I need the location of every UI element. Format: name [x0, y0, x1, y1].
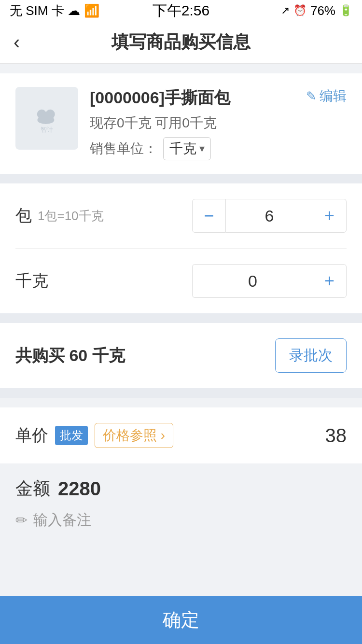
- svg-point-2: [37, 116, 54, 124]
- price-ref-button[interactable]: 价格参照 ›: [95, 423, 173, 448]
- bao-minus-button[interactable]: −: [192, 199, 226, 233]
- unit-select-text: 千克: [169, 140, 196, 158]
- price-left: 单价 批发 价格参照 ›: [15, 423, 173, 448]
- batch-button[interactable]: 录批次: [275, 338, 347, 373]
- status-time: 下午2:56: [153, 1, 209, 21]
- product-stock: 现存0千克 可用0千克: [90, 114, 347, 132]
- chevron-down-icon: ▾: [199, 142, 205, 155]
- product-image: 智计: [15, 87, 78, 150]
- kg-label: 千克: [15, 270, 48, 292]
- back-button[interactable]: ‹: [14, 31, 20, 53]
- battery-level: 76%: [310, 3, 335, 18]
- sim-status: 无 SIM 卡 ☁: [10, 2, 80, 19]
- confirm-button-label: 确定: [163, 608, 199, 632]
- total-text: 共购买 60 千克: [15, 345, 125, 367]
- bao-row: 包 1包=10千克 − +: [15, 183, 347, 249]
- price-label: 单价: [15, 424, 48, 447]
- bao-label: 包 1包=10千克: [15, 205, 104, 227]
- total-amount-value: 60: [69, 346, 87, 364]
- bao-quantity-input[interactable]: [226, 199, 313, 233]
- bao-plus-button[interactable]: +: [313, 199, 347, 233]
- total-section: 共购买 60 千克 录批次: [0, 323, 362, 388]
- edit-icon: ✎: [306, 89, 317, 104]
- section-divider: [0, 174, 362, 183]
- form-section: 包 1包=10千克 − + 千克 +: [0, 183, 362, 313]
- location-icon: ↗: [281, 4, 290, 17]
- product-unit-row: 销售单位： 千克 ▾: [90, 137, 347, 160]
- status-right: ↗ ⏰ 76% 🔋: [281, 3, 352, 18]
- remark-row[interactable]: ✏ 输入备注: [15, 510, 347, 530]
- kg-quantity-control: +: [192, 264, 347, 298]
- price-tag-badge: 批发: [55, 426, 88, 445]
- amount-value: 2280: [58, 478, 101, 500]
- kg-row: 千克 +: [15, 249, 347, 313]
- unit-label: 销售单位：: [90, 140, 157, 158]
- alarm-icon: ⏰: [293, 4, 306, 17]
- total-unit-value: 千克: [92, 346, 125, 364]
- price-value: 38: [325, 425, 347, 447]
- edit-button[interactable]: ✎ 编辑: [306, 87, 347, 105]
- svg-text:智计: 智计: [41, 126, 53, 133]
- edit-label: 编辑: [320, 87, 347, 105]
- wifi-icon: 📶: [84, 3, 99, 18]
- amount-row: 金额 2280: [15, 477, 347, 501]
- bao-sublabel: 1包=10千克: [38, 208, 104, 224]
- confirm-button[interactable]: 确定: [0, 596, 362, 644]
- remark-placeholder: 输入备注: [33, 510, 91, 530]
- pencil-icon: ✏: [15, 512, 28, 529]
- section-divider-3: [0, 388, 362, 398]
- kg-quantity-input[interactable]: [192, 264, 313, 298]
- battery-icon: 🔋: [339, 4, 352, 17]
- section-divider-2: [0, 313, 362, 323]
- kg-plus-button[interactable]: +: [313, 264, 347, 298]
- bao-quantity-control: − +: [192, 199, 347, 233]
- unit-select[interactable]: 千克 ▾: [163, 137, 211, 160]
- amount-label: 金额: [15, 477, 50, 501]
- price-section: 单价 批发 价格参照 › 38: [0, 407, 362, 463]
- nav-bar: ‹ 填写商品购买信息: [0, 21, 362, 64]
- product-card: 智计 [0000006]手撕面包 现存0千克 可用0千克 销售单位： 千克 ▾ …: [0, 73, 362, 174]
- status-left: 无 SIM 卡 ☁ 📶: [10, 2, 99, 19]
- status-bar: 无 SIM 卡 ☁ 📶 下午2:56 ↗ ⏰ 76% 🔋: [0, 0, 362, 21]
- amount-section: 金额 2280 ✏ 输入备注: [0, 463, 362, 540]
- page-title: 填写商品购买信息: [111, 30, 251, 54]
